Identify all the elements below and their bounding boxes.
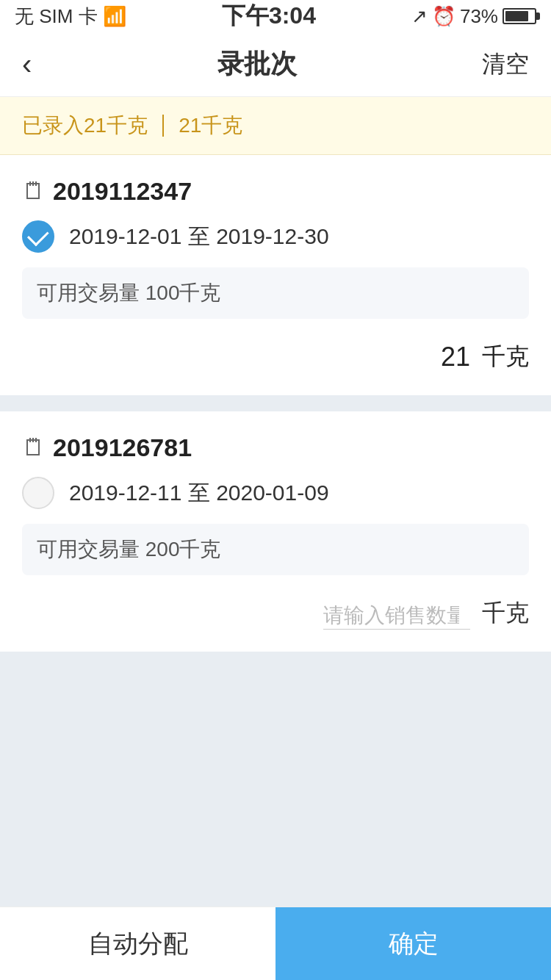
batch-1-header: 🗒 2019112347 — [0, 155, 551, 213]
batch-card-2: 🗒 2019126781 2019-12-11 至 2020-01-09 可用交… — [0, 411, 551, 653]
batch-2-radio[interactable] — [22, 477, 54, 509]
bottom-bar: 自动分配 确定 — [0, 907, 551, 980]
batch-2-header: 🗒 2019126781 — [0, 411, 551, 469]
doc-icon-2: 🗒 — [22, 434, 46, 461]
batch-2-select-row[interactable]: 2019-12-11 至 2020-01-09 — [0, 469, 551, 516]
summary-bar: 已录入21千克 21千克 — [0, 97, 551, 155]
doc-icon-1: 🗒 — [22, 178, 46, 205]
batch-1-avail: 可用交易量 100千克 — [22, 267, 529, 319]
battery-icon — [503, 8, 536, 24]
summary-amount: 21千克 — [179, 112, 242, 140]
back-button[interactable]: ‹ — [22, 48, 32, 81]
batch-1-select-row[interactable]: 2019-12-01 至 2019-12-30 — [0, 213, 551, 260]
alarm-icon: ⏰ — [432, 5, 455, 28]
summary-label: 已录入21千克 — [22, 112, 148, 140]
clear-button[interactable]: 清空 — [482, 48, 529, 81]
batch-2-qty-input[interactable] — [323, 598, 470, 630]
status-right: ↗ ⏰ 73% — [411, 5, 536, 28]
status-left: 无 SIM 卡 📶 — [15, 4, 126, 29]
batch-2-avail: 可用交易量 200千克 — [22, 524, 529, 575]
batch-1-input-row: 21 千克 — [0, 326, 551, 397]
battery-percent: 73% — [460, 5, 498, 28]
batch-1-unit: 千克 — [482, 341, 529, 373]
auto-distribute-button[interactable]: 自动分配 — [0, 907, 276, 980]
batch-card-1: 🗒 2019112347 2019-12-01 至 2019-12-30 可用交… — [0, 155, 551, 397]
batch-2-input-row[interactable]: 千克 — [0, 583, 551, 653]
page-title: 录批次 — [217, 46, 297, 82]
batch-1-qty-value: 21 — [441, 342, 470, 372]
batch-1-id: 2019112347 — [53, 177, 192, 206]
section-separator-1 — [0, 397, 551, 411]
batch-2-id: 2019126781 — [53, 433, 192, 462]
summary-divider — [162, 115, 164, 137]
status-bar: 无 SIM 卡 📶 下午3:04 ↗ ⏰ 73% — [0, 0, 551, 32]
status-time: 下午3:04 — [222, 0, 316, 32]
location-icon: ↗ — [411, 5, 428, 28]
batch-2-unit: 千克 — [482, 597, 529, 630]
no-sim-text: 无 SIM 卡 📶 — [15, 4, 126, 29]
batch-2-date: 2019-12-11 至 2020-01-09 — [69, 478, 329, 508]
confirm-button[interactable]: 确定 — [276, 907, 551, 980]
nav-bar: ‹ 录批次 清空 — [0, 32, 551, 97]
batch-1-radio[interactable] — [22, 220, 54, 253]
batch-1-date: 2019-12-01 至 2019-12-30 — [69, 222, 329, 252]
